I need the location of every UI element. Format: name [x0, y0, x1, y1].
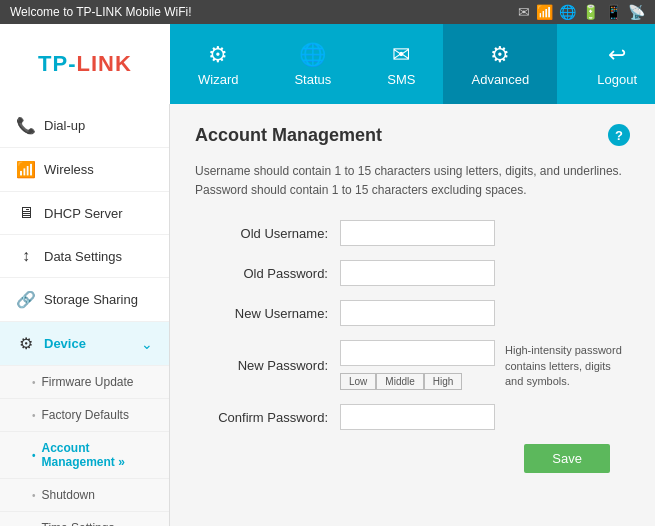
sidebar-item-data-settings-label: Data Settings	[44, 249, 122, 264]
sidebar-item-device[interactable]: ⚙ Device ⌄	[0, 322, 169, 366]
password-strength-bar: Low Middle High	[340, 373, 495, 390]
firmware-update-label: Firmware Update	[42, 375, 134, 389]
signal-icon: 📶	[536, 4, 553, 20]
new-password-row: New Password: Low Middle High High-inten…	[195, 340, 630, 390]
sidebar-item-factory-defaults[interactable]: Factory Defaults	[0, 399, 169, 432]
content-area: Account Management ? Username should con…	[170, 104, 655, 526]
data-settings-icon: ↕	[16, 247, 36, 265]
shutdown-label: Shutdown	[42, 488, 95, 502]
old-password-input[interactable]	[340, 260, 495, 286]
sidebar-sub-menu: Firmware Update Factory Defaults Account…	[0, 366, 169, 526]
new-password-input-area: Low Middle High	[340, 340, 495, 390]
sidebar-item-data-settings[interactable]: ↕ Data Settings	[0, 235, 169, 278]
new-username-row: New Username:	[195, 300, 630, 326]
device-icon: ⚙	[16, 334, 36, 353]
info-line-2: Password should contain 1 to 15 characte…	[195, 181, 630, 200]
globe-icon: 🌐	[559, 4, 576, 20]
sms-label: SMS	[387, 72, 415, 87]
sidebar-item-account-management[interactable]: Account Management »	[0, 432, 169, 479]
logout-button[interactable]: ↩ Logout	[579, 24, 655, 104]
new-username-input[interactable]	[340, 300, 495, 326]
dialup-icon: 📞	[16, 116, 36, 135]
advanced-icon: ⚙	[490, 42, 510, 68]
sidebar-item-storage-sharing-label: Storage Sharing	[44, 292, 138, 307]
sidebar-item-dhcp[interactable]: 🖥 DHCP Server	[0, 192, 169, 235]
info-text: Username should contain 1 to 15 characte…	[195, 162, 630, 200]
factory-defaults-label: Factory Defaults	[42, 408, 129, 422]
nav-advanced[interactable]: ⚙ Advanced	[443, 24, 557, 104]
save-btn-row: Save	[195, 444, 630, 473]
help-button[interactable]: ?	[608, 124, 630, 146]
strength-low[interactable]: Low	[340, 373, 376, 390]
top-bar: Welcome to TP-LINK Mobile WiFi! ✉ 📶 🌐 🔋 …	[0, 0, 655, 24]
wizard-label: Wizard	[198, 72, 238, 87]
sidebar-item-dialup-label: Dial-up	[44, 118, 85, 133]
device-chevron-icon: ⌄	[141, 336, 153, 352]
info-line-1: Username should contain 1 to 15 characte…	[195, 162, 630, 181]
time-settings-label: Time Settings	[42, 521, 115, 526]
save-button[interactable]: Save	[524, 444, 610, 473]
advanced-label: Advanced	[471, 72, 529, 87]
nav-status[interactable]: 🌐 Status	[266, 24, 359, 104]
logout-icon: ↩	[608, 42, 626, 68]
new-password-label: New Password:	[195, 358, 340, 373]
sidebar-item-wireless[interactable]: 📶 Wireless	[0, 148, 169, 192]
wireless-icon: 📶	[16, 160, 36, 179]
sidebar-item-time-settings[interactable]: Time Settings	[0, 512, 169, 526]
logo: TP-LINK	[38, 51, 132, 77]
wifi-icon: 📡	[628, 4, 645, 20]
password-hint: High-intensity password contains letters…	[505, 340, 630, 389]
battery-icon: 🔋	[582, 4, 599, 20]
page-header: Account Management ?	[195, 124, 630, 146]
page-title: Account Management	[195, 125, 382, 146]
status-label: Status	[294, 72, 331, 87]
strength-middle[interactable]: Middle	[376, 373, 423, 390]
sidebar-item-dialup[interactable]: 📞 Dial-up	[0, 104, 169, 148]
new-username-label: New Username:	[195, 306, 340, 321]
account-form: Old Username: Old Password: New Username…	[195, 220, 630, 430]
sidebar: 📞 Dial-up 📶 Wireless 🖥 DHCP Server ↕ Dat…	[0, 104, 170, 526]
old-password-row: Old Password:	[195, 260, 630, 286]
wizard-icon: ⚙	[208, 42, 228, 68]
main-layout: 📞 Dial-up 📶 Wireless 🖥 DHCP Server ↕ Dat…	[0, 104, 655, 526]
sms-icon: ✉	[392, 42, 410, 68]
account-management-label: Account Management »	[42, 441, 153, 469]
nav-wizard[interactable]: ⚙ Wizard	[170, 24, 266, 104]
top-bar-icons: ✉ 📶 🌐 🔋 📱 📡	[518, 4, 645, 20]
sidebar-item-dhcp-label: DHCP Server	[44, 206, 123, 221]
sim-icon: 📱	[605, 4, 622, 20]
new-password-area: Low Middle High High-intensity password …	[340, 340, 630, 390]
old-username-label: Old Username:	[195, 226, 340, 241]
device-label: Device	[44, 336, 141, 351]
confirm-password-label: Confirm Password:	[195, 410, 340, 425]
old-username-input[interactable]	[340, 220, 495, 246]
old-username-row: Old Username:	[195, 220, 630, 246]
sidebar-item-wireless-label: Wireless	[44, 162, 94, 177]
logout-label: Logout	[597, 72, 637, 87]
storage-sharing-icon: 🔗	[16, 290, 36, 309]
sidebar-item-firmware-update[interactable]: Firmware Update	[0, 366, 169, 399]
old-password-label: Old Password:	[195, 266, 340, 281]
header: TP-LINK ⚙ Wizard 🌐 Status ✉ SMS ⚙ Advanc…	[0, 24, 655, 104]
top-bar-title: Welcome to TP-LINK Mobile WiFi!	[10, 5, 192, 19]
confirm-password-row: Confirm Password:	[195, 404, 630, 430]
nav-sms[interactable]: ✉ SMS	[359, 24, 443, 104]
strength-high[interactable]: High	[424, 373, 463, 390]
new-password-input[interactable]	[340, 340, 495, 366]
email-icon: ✉	[518, 4, 530, 20]
sidebar-item-storage-sharing[interactable]: 🔗 Storage Sharing	[0, 278, 169, 322]
status-icon: 🌐	[299, 42, 326, 68]
logo-area: TP-LINK	[0, 24, 170, 104]
confirm-password-input[interactable]	[340, 404, 495, 430]
dhcp-icon: 🖥	[16, 204, 36, 222]
sidebar-item-shutdown[interactable]: Shutdown	[0, 479, 169, 512]
nav-items: ⚙ Wizard 🌐 Status ✉ SMS ⚙ Advanced ↩ Log…	[170, 24, 655, 104]
